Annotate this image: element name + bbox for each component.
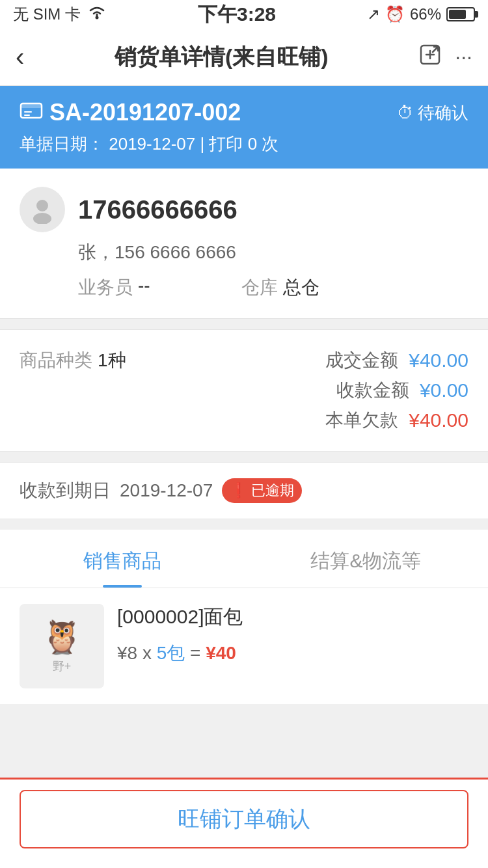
- order-header: SA-20191207-002 ⏱ 待确认 单据日期： 2019-12-07 |…: [0, 86, 488, 169]
- price-quantity: 5包: [157, 643, 185, 663]
- share-icon[interactable]: [418, 43, 442, 72]
- salesperson-value: --: [138, 275, 150, 300]
- summary-card: 商品种类 1种 成交金额 ¥40.00 收款金额 ¥0.00 本单欠款 ¥40.…: [0, 329, 488, 452]
- order-date-line: 单据日期： 2019-12-07 | 打印 0 次: [20, 133, 468, 156]
- nav-actions: ···: [418, 43, 472, 72]
- warehouse-value: 总仓: [283, 275, 319, 300]
- battery-percent: 66%: [410, 5, 441, 23]
- alarm-icon: ⏰: [385, 5, 405, 23]
- product-item: 🦉 野+ [0000002]面包 ¥8 x 5包 = ¥40: [20, 604, 468, 688]
- status-right: ↗ ⏰ 66%: [367, 5, 475, 23]
- price-unit: ¥8: [117, 643, 137, 663]
- status-left: 无 SIM 卡: [13, 4, 107, 25]
- back-button[interactable]: ‹: [16, 42, 24, 72]
- customer-phone: 17666666666: [78, 195, 237, 224]
- product-info: [0000002]面包 ¥8 x 5包 = ¥40: [117, 604, 468, 666]
- status-time: 下午3:28: [198, 1, 276, 28]
- debt-amount-value: ¥40.00: [409, 409, 468, 431]
- nav-bar: ‹ 销货单详情(来自旺铺) ···: [0, 29, 488, 86]
- customer-name: 张，156 6666 6666: [78, 240, 468, 265]
- tab-settlement[interactable]: 结算&物流等: [244, 530, 488, 588]
- carrier-label: 无 SIM 卡: [13, 4, 81, 25]
- debt-amount-label: 本单欠款: [325, 408, 398, 433]
- wifi-icon: [87, 5, 107, 23]
- deal-amount-value: ¥40.00: [409, 349, 468, 372]
- product-section: 🦉 野+ [0000002]面包 ¥8 x 5包 = ¥40: [0, 588, 488, 704]
- product-thumbnail: 🦉 野+: [20, 604, 104, 688]
- equal-sign: =: [190, 643, 206, 663]
- price-total: ¥40: [206, 643, 236, 663]
- svg-rect-3: [21, 103, 42, 108]
- order-id: SA-20191207-002: [20, 99, 241, 126]
- product-price: ¥8 x 5包 = ¥40: [117, 641, 468, 666]
- overdue-badge: ❗ 已逾期: [222, 478, 302, 503]
- receive-amount-value: ¥0.00: [420, 379, 468, 401]
- customer-card: 17666666666 张，156 6666 6666 业务员 -- 仓库 总仓: [0, 169, 488, 319]
- customer-meta: 业务员 -- 仓库 总仓: [78, 275, 468, 300]
- confirm-button-wrap: 旺铺订单确认: [0, 778, 488, 868]
- warehouse-label: 仓库: [241, 275, 278, 300]
- tabs: 销售商品 结算&物流等: [0, 530, 488, 588]
- location-icon: ↗: [367, 5, 380, 23]
- svg-point-5: [33, 213, 51, 224]
- order-icon: [20, 99, 43, 126]
- product-type-value: 1种: [98, 348, 126, 373]
- receive-amount-label: 收款金额: [336, 378, 409, 403]
- overdue-text: 已逾期: [251, 481, 294, 500]
- product-type-label: 商品种类: [20, 348, 92, 373]
- status-bar: 无 SIM 卡 下午3:28 ↗ ⏰ 66%: [0, 0, 488, 29]
- svg-point-0: [96, 16, 99, 20]
- order-status: ⏱ 待确认: [397, 102, 468, 124]
- deal-amount-label: 成交金额: [325, 348, 398, 373]
- page-title: 销货单详情(来自旺铺): [115, 42, 329, 72]
- more-icon[interactable]: ···: [455, 45, 472, 69]
- tab-goods[interactable]: 销售商品: [0, 530, 244, 588]
- avatar: [20, 187, 65, 232]
- svg-point-4: [36, 200, 48, 211]
- due-date-card: 收款到期日 2019-12-07 ❗ 已逾期: [0, 462, 488, 519]
- product-thumb-icon: 🦉: [42, 618, 82, 656]
- multiply-sign: x: [142, 643, 157, 663]
- salesperson-label: 业务员: [78, 275, 133, 300]
- due-date-value: 2019-12-07: [120, 480, 213, 501]
- product-thumb-label: 野+: [53, 658, 72, 674]
- product-name: [0000002]面包: [117, 604, 468, 631]
- status-clock-icon: ⏱: [397, 103, 414, 123]
- battery-icon: [446, 7, 475, 21]
- confirm-order-button[interactable]: 旺铺订单确认: [20, 790, 468, 848]
- due-date-label: 收款到期日: [20, 478, 111, 503]
- overdue-icon: ❗: [230, 482, 247, 499]
